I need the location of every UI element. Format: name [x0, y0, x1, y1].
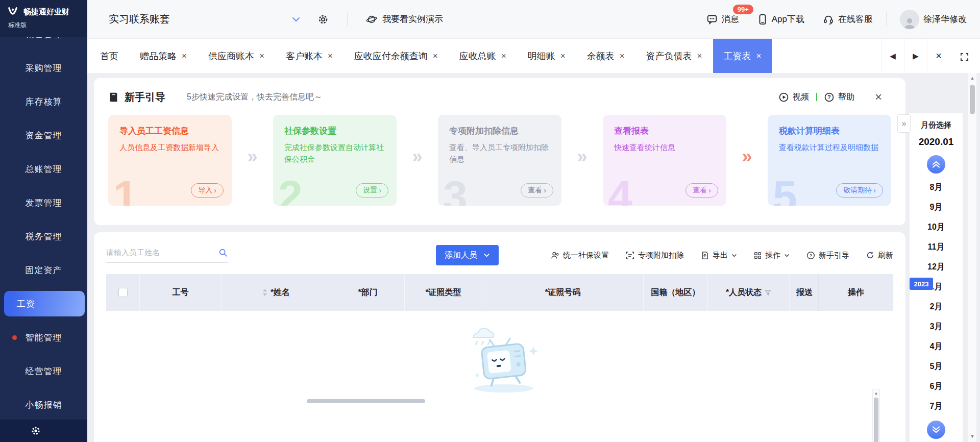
- tabs-scroll-left-icon[interactable]: ◀: [881, 39, 904, 73]
- demo-link[interactable]: 我要看实例演示: [366, 13, 443, 25]
- month-item[interactable]: 5月: [910, 357, 963, 377]
- tab-close-icon[interactable]: ×: [328, 52, 333, 60]
- settings-gear-icon[interactable]: [31, 426, 41, 436]
- month-item[interactable]: 6月: [910, 377, 963, 397]
- month-item[interactable]: 9月: [910, 198, 963, 217]
- online-service-button[interactable]: 在线客服: [823, 13, 873, 25]
- tab-balance-sheet[interactable]: 资产负债表×: [635, 39, 713, 73]
- sidebar-item-inventory[interactable]: 库存核算: [0, 85, 87, 118]
- month-item[interactable]: 4月: [910, 337, 963, 357]
- tab-supplier-book[interactable]: 供应商账本×: [198, 39, 275, 73]
- guide-close-icon[interactable]: ×: [875, 91, 882, 103]
- tab-ar-ap-balance[interactable]: 应收应付余额查询×: [344, 39, 449, 73]
- month-item[interactable]: 11月: [910, 237, 963, 257]
- scroll-up-icon[interactable]: ▲: [874, 391, 878, 396]
- tab-gift-policy[interactable]: 赠品策略×: [129, 39, 198, 73]
- tab-close-icon[interactable]: ×: [560, 52, 566, 60]
- col-id-number[interactable]: *证照号码: [482, 274, 644, 311]
- step-view-button[interactable]: 查看›: [521, 183, 553, 198]
- svg-text:?: ?: [827, 94, 830, 100]
- col-person-status[interactable]: *人员状态: [708, 274, 790, 311]
- export-button[interactable]: 导出: [701, 251, 737, 260]
- month-item[interactable]: 7月: [910, 397, 963, 416]
- col-department[interactable]: *部门: [331, 274, 405, 311]
- tab-close-icon[interactable]: ×: [182, 52, 187, 60]
- app-download-button[interactable]: App下载: [757, 13, 804, 25]
- page-vertical-scrollbar[interactable]: ▲ ▼: [968, 73, 976, 442]
- tab-customer-book[interactable]: 客户账本×: [275, 39, 344, 73]
- sort-icon[interactable]: [262, 288, 267, 297]
- step-setup-button[interactable]: 设置›: [356, 183, 388, 198]
- operations-button[interactable]: 操作: [754, 251, 790, 260]
- tab-close-icon[interactable]: ×: [620, 52, 625, 60]
- tab-close-icon[interactable]: ×: [756, 52, 762, 60]
- employee-list-panel: 请输入员工姓名 添加人员 统一社保设置 专项附加扣除: [94, 232, 905, 442]
- table-horizontal-scrollbar[interactable]: [307, 399, 425, 403]
- sidebar-item-invoice[interactable]: 发票管理: [0, 186, 87, 219]
- unified-social-security-button[interactable]: 统一社保设置: [551, 251, 609, 260]
- scrollbar-thumb[interactable]: [970, 85, 975, 114]
- tab-close-icon[interactable]: ×: [501, 52, 506, 60]
- refresh-button[interactable]: 刷新: [866, 251, 893, 260]
- person-settings-icon: [551, 251, 559, 260]
- sidebar-item-expense[interactable]: 小畅报销: [0, 388, 87, 422]
- tab-detail-ledger[interactable]: 明细账×: [517, 39, 576, 73]
- scroll-months-up-button[interactable]: [927, 155, 945, 174]
- search-icon[interactable]: [218, 248, 228, 257]
- tabs-scroll-right-icon[interactable]: ▶: [904, 39, 927, 73]
- tabs-close-all-icon[interactable]: ×: [927, 39, 950, 73]
- collapse-panel-icon[interactable]: »: [897, 114, 911, 133]
- col-nationality[interactable]: 国籍（地区）: [644, 274, 708, 311]
- employee-search-input[interactable]: 请输入员工姓名: [106, 248, 228, 263]
- sidebar-item-funds[interactable]: 资金管理: [0, 118, 87, 152]
- tab-balance-sheet-trial[interactable]: 余额表×: [576, 39, 635, 73]
- beginner-guide-button[interactable]: ? 新手引导: [806, 251, 849, 260]
- sidebar-item-payroll[interactable]: 工资: [4, 291, 85, 316]
- col-actions[interactable]: 操作: [818, 274, 893, 311]
- col-id-type[interactable]: *证照类型: [405, 274, 482, 311]
- step-coming-soon-button[interactable]: 敬请期待›: [836, 183, 883, 198]
- month-item[interactable]: 12月: [910, 257, 963, 277]
- month-item[interactable]: 2月: [910, 297, 963, 317]
- help-link[interactable]: ? 帮助: [824, 92, 854, 103]
- sidebar-footer: [0, 420, 87, 442]
- filter-funnel-icon[interactable]: [765, 289, 771, 296]
- sidebar-item-operation[interactable]: 经营管理: [0, 354, 87, 388]
- month-item[interactable]: 8月: [910, 178, 963, 198]
- tab-payroll-active[interactable]: 工资表×: [713, 39, 772, 73]
- messages-button[interactable]: 消息 99+: [706, 13, 739, 25]
- headset-icon: [823, 14, 834, 25]
- col-report-clipped[interactable]: 报送: [790, 274, 818, 311]
- col-employee-id[interactable]: 工号: [140, 274, 222, 311]
- tab-ar-ledger[interactable]: 应收总账×: [449, 39, 517, 73]
- brand-name: 畅捷通好业财: [23, 7, 69, 17]
- tab-home[interactable]: 首页: [89, 39, 129, 73]
- video-link[interactable]: 视频: [779, 92, 809, 103]
- sidebar-item-tax[interactable]: 税务管理: [0, 219, 87, 253]
- table-vertical-scrollbar[interactable]: ▲ ▼: [872, 389, 880, 442]
- sidebar-item-purchase[interactable]: 采购管理: [0, 51, 87, 85]
- sidebar-item-smart[interactable]: 智能管理: [0, 321, 87, 354]
- month-item[interactable]: 10月: [910, 217, 963, 237]
- tab-close-icon[interactable]: ×: [259, 52, 264, 60]
- add-employee-button[interactable]: 添加人员: [436, 245, 499, 265]
- sidebar-item-ledger[interactable]: 总账管理: [0, 152, 87, 186]
- col-name[interactable]: *姓名: [222, 274, 331, 311]
- tab-close-icon[interactable]: ×: [433, 52, 438, 60]
- month-item[interactable]: 3月: [910, 317, 963, 337]
- sidebar-item-fixed-assets[interactable]: 固定资产: [0, 253, 87, 287]
- scrollbar-thumb[interactable]: [874, 398, 878, 442]
- select-all-checkbox[interactable]: [118, 288, 128, 297]
- scroll-up-icon[interactable]: ▲: [970, 73, 975, 81]
- step-import-button[interactable]: 导入›: [191, 183, 224, 198]
- user-menu[interactable]: 徐泽华修改: [900, 10, 967, 29]
- guide-subtitle: 5步快速完成设置，快去完善信息吧～: [187, 92, 322, 103]
- account-selector[interactable]: 实习联系账套: [109, 12, 300, 26]
- fullscreen-icon[interactable]: [953, 41, 976, 73]
- account-settings-gear-icon[interactable]: [317, 14, 329, 25]
- special-deduction-button[interactable]: 专项附加扣除: [626, 251, 684, 260]
- step-view-button[interactable]: 查看›: [685, 183, 718, 198]
- tab-close-icon[interactable]: ×: [697, 52, 702, 60]
- scroll-months-down-button[interactable]: [927, 421, 945, 439]
- scroll-down-icon[interactable]: ▼: [970, 434, 975, 442]
